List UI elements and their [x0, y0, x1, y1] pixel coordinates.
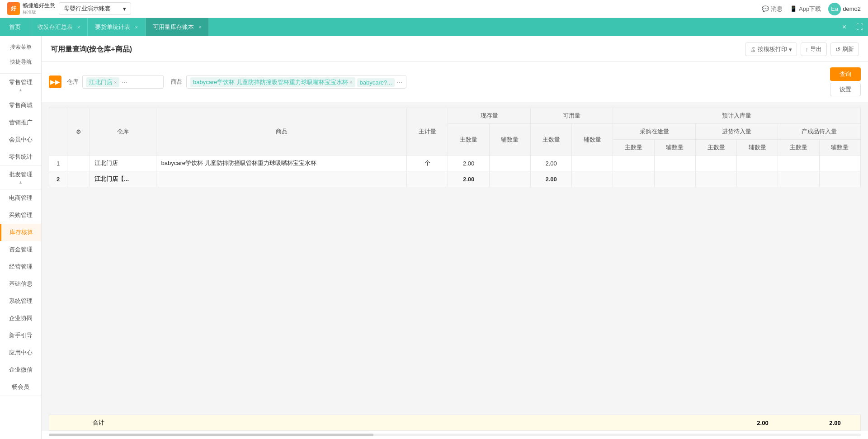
tab-home[interactable]: 首页: [0, 18, 30, 36]
col-stock-main: 主数量: [448, 124, 489, 156]
product-tag-0-close[interactable]: ×: [349, 80, 352, 85]
sidebar-label: 零售统计: [9, 153, 33, 161]
product-more-icon[interactable]: ···: [396, 78, 402, 86]
warehouse-input[interactable]: 江北门店 × ···: [82, 75, 164, 89]
tab-inventory[interactable]: 可用量库存账本 ×: [146, 18, 209, 36]
cell-stock-aux-1: [489, 156, 530, 171]
sidebar-item-inventory-check[interactable]: 库存核算: [0, 224, 41, 241]
filter-toggle-button[interactable]: ▶▶: [49, 76, 61, 88]
nav-tabs: 首页 收发存汇总表 × 要货单统计表 × 可用量库存账本 × × ⛶: [0, 18, 868, 36]
sidebar-item-members[interactable]: 会员中心: [0, 131, 41, 148]
sidebar-top-actions: 搜索菜单 快捷导航: [0, 36, 41, 74]
sidebar-item-retail-mgmt[interactable]: 零售管理 ▲: [0, 74, 41, 97]
sidebar-item-wholesale-mgmt[interactable]: 批发管理 ▲: [0, 166, 41, 189]
sidebar-item-guide[interactable]: 新手引导: [0, 327, 41, 344]
export-button[interactable]: ↑ 导出: [801, 42, 827, 56]
sidebar-group-ops: 电商管理 采购管理 库存核算 资金管理 经营管理 基础信息 系统管理 企业协同: [0, 189, 41, 396]
table-row: 2 江北门店【... 2.00 2.00: [49, 171, 861, 187]
user-area[interactable]: Ea demo2: [828, 3, 861, 15]
cell-proc-main-2: [613, 171, 654, 187]
tab-receipts[interactable]: 收发存汇总表 ×: [30, 18, 88, 36]
footer-label: 合计: [93, 419, 129, 427]
sidebar-item-purchase[interactable]: 采购管理: [0, 207, 41, 224]
chevron-down-icon: ▾: [123, 5, 126, 12]
settings-button[interactable]: 设置: [830, 83, 861, 96]
cell-warehouse-1: 江北门店: [90, 156, 156, 171]
sidebar-search[interactable]: 搜索菜单: [0, 40, 41, 55]
cell-proc-aux-1: [654, 156, 695, 171]
scroll-bar-area: [42, 431, 868, 439]
sidebar-item-member-card[interactable]: 畅会员: [0, 378, 41, 396]
warehouse-tag: 江北门店 ×: [86, 77, 119, 87]
chevron-down-icon: ▾: [789, 46, 792, 53]
logo-sub: 标准版: [23, 9, 55, 15]
product-tag-value-0: babycare学饮杯 儿童防摔防撞吸管杯重力球吸嘴杯宝宝水杯: [193, 78, 348, 86]
query-button[interactable]: 查询: [830, 67, 861, 81]
cell-warehouse-2: 江北门店【...: [90, 171, 156, 187]
warehouse-more-icon[interactable]: ···: [121, 78, 127, 86]
sidebar-label: 库存核算: [9, 228, 33, 236]
logo-text-block: 畅捷通好生意 标准版: [23, 2, 55, 15]
cell-inc-main-1: [695, 156, 736, 171]
sidebar-item-ops[interactable]: 经营管理: [0, 258, 41, 275]
sidebar-item-wechat[interactable]: 企业微信: [0, 361, 41, 378]
sidebar-item-system[interactable]: 系统管理: [0, 293, 41, 310]
messages-button[interactable]: 💬 消息: [762, 5, 783, 13]
col-production-group: 产成品待入量: [778, 124, 861, 140]
refresh-button[interactable]: ↺ 刷新: [830, 42, 859, 56]
col-proc-main: 主数量: [613, 140, 654, 156]
col-gear[interactable]: ⚙: [67, 108, 90, 156]
product-filter: 商品 babycare学饮杯 儿童防摔防撞吸管杯重力球吸嘴杯宝宝水杯 × bab…: [171, 75, 406, 89]
product-tag-0: babycare学饮杯 儿童防摔防撞吸管杯重力球吸嘴杯宝宝水杯 ×: [190, 77, 355, 87]
sidebar-label: 畅会员: [12, 383, 29, 391]
cell-gear-1: [67, 156, 90, 171]
sidebar-item-retail-shop[interactable]: 零售商城: [0, 97, 41, 114]
username-label: demo2: [843, 5, 861, 12]
message-icon: 💬: [762, 5, 769, 12]
product-tag-value-1: babycare?...: [360, 79, 392, 86]
arrow-icon: ▲: [19, 180, 23, 184]
data-table: ⚙ 仓库 商品 主计量 现存量 可用量 预计入库量 主数量 辅数量 主数量 辅数…: [49, 108, 861, 187]
tab-orders[interactable]: 要货单统计表 ×: [88, 18, 145, 36]
tab-orders-label: 要货单统计表: [95, 23, 130, 31]
col-forecast-group: 预计入库量: [613, 108, 861, 124]
col-inc-main: 主数量: [695, 140, 736, 156]
cell-inc-main-2: [695, 171, 736, 187]
product-input[interactable]: babycare学饮杯 儿童防摔防撞吸管杯重力球吸嘴杯宝宝水杯 × babyca…: [186, 75, 406, 89]
sidebar-item-basics[interactable]: 基础信息: [0, 275, 41, 293]
sidebar-item-finance[interactable]: 资金管理: [0, 241, 41, 258]
industry-selector[interactable]: 母婴行业演示账套 ▾: [59, 2, 131, 15]
close-all-tabs[interactable]: ×: [837, 23, 852, 31]
sidebar-item-ecommerce[interactable]: 电商管理: [0, 189, 41, 207]
tab-receipts-close[interactable]: ×: [77, 24, 80, 30]
sidebar-label: 营销推广: [9, 118, 33, 127]
cell-avail-aux-1: [572, 156, 613, 171]
scroll-thumb[interactable]: [49, 434, 373, 436]
cell-unit-2: [407, 171, 448, 187]
app-download-button[interactable]: 📱 App下载: [790, 5, 821, 13]
sidebar-quick-nav[interactable]: 快捷导航: [0, 55, 41, 70]
warehouse-tag-close[interactable]: ×: [114, 80, 117, 85]
warehouse-filter: 仓库 江北门店 × ···: [67, 75, 164, 89]
sidebar-label: 新手引导: [9, 331, 33, 340]
cell-avail-main-2: 2.00: [530, 171, 571, 187]
logo-name: 畅捷通好生意: [23, 2, 55, 9]
sidebar-item-marketing[interactable]: 营销推广: [0, 114, 41, 131]
sidebar-item-retail-stats[interactable]: 零售统计: [0, 148, 41, 165]
tab-home-label: 首页: [9, 23, 21, 31]
tab-orders-close[interactable]: ×: [135, 24, 137, 30]
cell-seq-2: 2: [49, 171, 67, 187]
industry-label: 母婴行业演示账套: [64, 5, 111, 13]
horizontal-scrollbar[interactable]: [49, 434, 861, 436]
tab-inventory-close[interactable]: ×: [198, 24, 201, 30]
print-template-button[interactable]: 🖨 按模板打印 ▾: [745, 42, 797, 56]
sidebar-item-enterprise[interactable]: 企业协同: [0, 310, 41, 327]
export-icon: ↑: [806, 46, 809, 53]
expand-window-button[interactable]: ⛶: [852, 23, 868, 31]
cell-proc-main-1: [613, 156, 654, 171]
col-avail-main: 主数量: [530, 124, 571, 156]
col-procurement-group: 采购在途量: [613, 124, 696, 140]
sidebar-item-appstore[interactable]: 应用中心: [0, 344, 41, 361]
cell-stock-main-1: 2.00: [448, 156, 489, 171]
tab-inventory-label: 可用量库存账本: [153, 23, 194, 31]
